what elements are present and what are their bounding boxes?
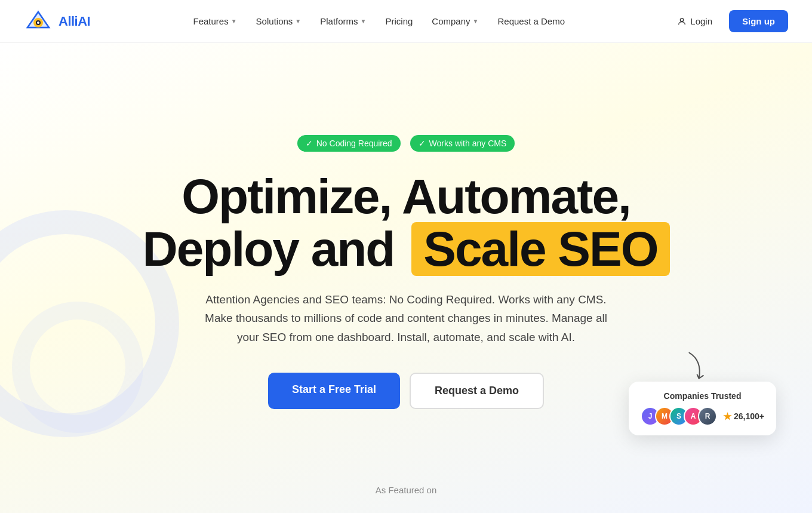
badge-any-cms: ✓ Works with any CMS [410,135,515,152]
check-icon: ✓ [306,139,313,148]
featured-label: As Featured on [376,485,437,495]
nav-item-request-demo[interactable]: Request a Demo [489,11,573,31]
logo-icon [24,7,53,36]
hero-highlight: Scale SEO [411,222,669,276]
nav-item-features[interactable]: Features ▼ [185,11,245,31]
logo[interactable]: AlliAI [24,7,90,36]
nav-item-solutions[interactable]: Solutions ▼ [248,11,310,31]
chevron-down-icon: ▼ [361,18,367,24]
nav-item-company[interactable]: Company ▼ [423,11,487,31]
avatar: R [698,407,717,426]
nav-item-pricing[interactable]: Pricing [377,11,422,31]
chevron-down-icon: ▼ [231,18,237,24]
hero-headline: Optimize, Automate, Deploy and Scale SEO [143,171,670,276]
avatar-group: J M S A R [641,407,717,426]
logo-text: AlliAI [59,14,90,29]
badge-no-coding: ✓ No Coding Required [297,135,401,152]
chevron-down-icon: ▼ [295,18,301,24]
star-rating: ★ 26,100+ [723,411,764,422]
navbar: AlliAI Features ▼ Solutions ▼ Platforms … [0,0,812,43]
hero-section: ✓ No Coding Required ✓ Works with any CM… [0,43,812,513]
hero-badges: ✓ No Coding Required ✓ Works with any CM… [297,135,515,152]
nav-actions: Login Sign up [668,10,788,32]
login-button[interactable]: Login [668,11,722,31]
svg-point-5 [681,18,684,21]
user-icon [677,17,687,26]
star-icon: ★ [723,411,731,422]
social-proof-card: Companies Trusted J M S A R ★ 26,100+ [629,382,776,435]
chevron-down-icon: ▼ [473,18,479,24]
nav-item-platforms[interactable]: Platforms ▼ [312,11,374,31]
request-demo-button[interactable]: Request a Demo [410,373,544,409]
check-icon: ✓ [419,139,426,148]
svg-point-4 [37,21,39,24]
nav-links: Features ▼ Solutions ▼ Platforms ▼ Prici… [185,11,574,31]
hero-subtext: Attention Agencies and SEO teams: No Cod… [203,290,609,346]
social-proof-row: J M S A R ★ 26,100+ [641,407,764,426]
hero-cta: Start a Free Trial Request a Demo [268,373,544,409]
start-free-trial-button[interactable]: Start a Free Trial [268,373,400,409]
signup-button[interactable]: Sign up [729,10,788,32]
